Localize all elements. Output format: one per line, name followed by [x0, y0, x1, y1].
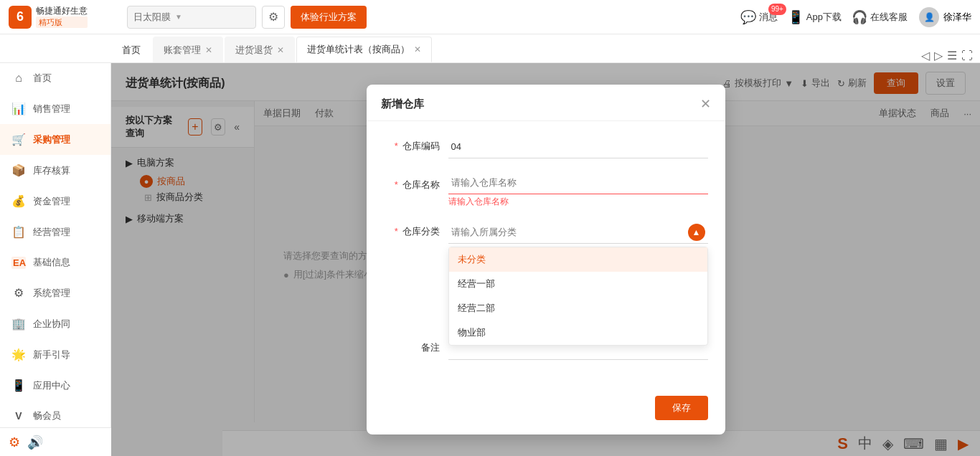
volume-bottom-icon[interactable]: 🔊: [27, 434, 43, 450]
sidebar-item-membership[interactable]: V 畅会员: [0, 401, 110, 431]
edition-badge: 精巧版: [36, 16, 88, 28]
header-icons: 💬 消息 99+ 📱 App下载 🎧 在线客服: [740, 9, 908, 25]
name-input[interactable]: [448, 171, 708, 194]
category-input[interactable]: [448, 221, 708, 244]
dropdown-option-dept1[interactable]: 经营一部: [449, 272, 707, 296]
dropdown-option-dept2[interactable]: 经营二部: [449, 296, 707, 320]
tab-accounts-label: 账套管理: [164, 44, 201, 57]
code-input[interactable]: [448, 136, 708, 158]
content-area: 进货单统计(按商品) 🖨 按模板打印 ▼ ⬇ 导出 ↻ 刷新 查询 设置: [111, 63, 980, 456]
sidebar-item-enterprise[interactable]: 🏢 企业协同: [0, 308, 110, 339]
app-download-label: App下载: [806, 11, 842, 24]
sidebar-item-inventory-label: 库存核算: [33, 164, 70, 177]
inventory-icon: 📦: [11, 163, 26, 177]
sidebar-item-sales[interactable]: 📊 销售管理: [0, 93, 110, 124]
add-warehouse-modal: 新增仓库 ✕ * 仓库编码: [367, 85, 725, 434]
sidebar-item-operations-label: 经营管理: [33, 226, 70, 239]
phone-icon: 📱: [788, 9, 804, 25]
sidebar-item-finance-label: 资金管理: [33, 195, 70, 208]
code-label: * 仓库编码: [384, 136, 448, 153]
settings-bottom-icon[interactable]: ⚙: [9, 434, 20, 450]
modal-body: * 仓库编码 * 仓库名称: [367, 121, 725, 387]
modal-overlay: 新增仓库 ✕ * 仓库编码: [111, 63, 980, 456]
tab-purchase-stats-label: 进货单统计表（按商品）: [307, 43, 410, 56]
tab-next-button[interactable]: ▷: [934, 49, 943, 62]
tab-accounts-close[interactable]: ✕: [205, 45, 212, 55]
basic-info-icon: EA: [11, 257, 26, 269]
company-name: 畅捷通好生意: [36, 6, 88, 17]
trial-button[interactable]: 体验行业方案: [291, 6, 367, 29]
tab-menu-button[interactable]: ☰: [947, 49, 957, 62]
sidebar-item-purchase-label: 采购管理: [33, 133, 70, 146]
save-button[interactable]: 保存: [655, 396, 708, 420]
category-label: * 仓库分类: [384, 221, 448, 238]
header-right: 💬 消息 99+ 📱 App下载 🎧 在线客服 👤 徐泽华: [740, 7, 971, 27]
form-row-category: * 仓库分类 ▲ 未分类: [384, 221, 708, 244]
sidebar-item-membership-label: 畅会员: [33, 409, 61, 422]
header-search-area: 日太阳膜 ▼ ⚙ 体验行业方案: [127, 6, 367, 29]
operations-icon: 📋: [11, 225, 26, 239]
sales-icon: 📊: [11, 102, 26, 115]
app-download-button[interactable]: 📱 App下载: [788, 9, 842, 25]
tab-purchase-return[interactable]: 进货退货 ✕: [225, 37, 295, 62]
user-name: 徐泽华: [943, 11, 971, 24]
online-service-button[interactable]: 🎧 在线客服: [852, 9, 908, 25]
tab-purchase-stats[interactable]: 进货单统计表（按商品） ✕: [296, 37, 432, 62]
enterprise-icon: 🏢: [11, 317, 26, 331]
sidebar-item-home-label: 首页: [33, 72, 52, 85]
logo-area: 6 畅捷通好生意 精巧版: [9, 6, 120, 29]
tab-purchase-return-close[interactable]: ✕: [277, 45, 284, 55]
message-button[interactable]: 💬 消息 99+: [740, 9, 778, 25]
name-error-msg: 请输入仓库名称: [448, 196, 708, 208]
sidebar-item-system-label: 系统管理: [33, 287, 70, 300]
sidebar-item-apps-label: 应用中心: [33, 379, 70, 392]
name-label: * 仓库名称: [384, 174, 448, 191]
category-arrow-button[interactable]: ▲: [688, 224, 705, 241]
gear-icon: ⚙: [268, 10, 278, 24]
tab-bar: 首页 账套管理 ✕ 进货退货 ✕ 进货单统计表（按商品） ✕ ◁ ▷ ☰ ⛶: [0, 34, 980, 63]
form-row-name: * 仓库名称 请输入仓库名称: [384, 171, 708, 208]
tab-fullscreen-button[interactable]: ⛶: [961, 49, 973, 62]
tab-prev-button[interactable]: ◁: [921, 49, 930, 62]
dropdown-option-property[interactable]: 物业部: [449, 320, 707, 345]
tab-purchase-stats-close[interactable]: ✕: [414, 44, 421, 54]
sidebar-item-basic-info-label: 基础信息: [33, 256, 70, 269]
header-gear-button[interactable]: ⚙: [262, 6, 285, 29]
sidebar-item-home[interactable]: ⌂ 首页: [0, 63, 110, 93]
sidebar: ⌂ 首页 📊 销售管理 🛒 采购管理 📦 库存核算 💰 资金管理 📋 经营管理 …: [0, 63, 111, 456]
sidebar-item-apps[interactable]: 📱 应用中心: [0, 370, 110, 401]
sidebar-bottom-bar: ⚙ 🔊: [0, 427, 111, 456]
sidebar-item-enterprise-label: 企业协同: [33, 318, 70, 331]
modal-footer: 保存: [367, 387, 725, 434]
tab-accounts[interactable]: 账套管理 ✕: [153, 37, 223, 62]
modal-close-button[interactable]: ✕: [700, 96, 711, 112]
dropdown-option-uncategorized[interactable]: 未分类: [449, 247, 707, 272]
top-header: 6 畅捷通好生意 精巧版 日太阳膜 ▼ ⚙ 体验行业方案 💬 消息 99+ 📱 …: [0, 0, 980, 34]
header-search-box[interactable]: 日太阳膜 ▼: [127, 6, 256, 29]
sidebar-item-inventory[interactable]: 📦 库存核算: [0, 155, 110, 186]
sidebar-item-operations[interactable]: 📋 经营管理: [0, 217, 110, 247]
category-dropdown: 未分类 经营一部 经营二部 物业部: [448, 247, 708, 346]
apps-icon: 📱: [11, 379, 26, 392]
note-label: 备注: [384, 337, 448, 354]
online-service-label: 在线客服: [870, 11, 908, 24]
sidebar-item-system[interactable]: ⚙ 系统管理: [0, 277, 110, 308]
headset-icon: 🎧: [852, 9, 867, 25]
guide-icon: 🌟: [11, 348, 26, 361]
sidebar-item-finance[interactable]: 💰 资金管理: [0, 186, 110, 217]
tab-bar-right: ◁ ▷ ☰ ⛶: [914, 49, 980, 62]
message-icon: 💬: [740, 9, 756, 25]
logo-text: 畅捷通好生意 精巧版: [36, 6, 88, 29]
header-search-text: 日太阳膜: [133, 11, 171, 24]
sidebar-item-guide[interactable]: 🌟 新手引导: [0, 339, 110, 370]
finance-icon: 💰: [11, 194, 26, 208]
home-icon: ⌂: [11, 72, 26, 85]
sidebar-item-purchase[interactable]: 🛒 采购管理: [0, 124, 110, 155]
message-badge: 99+: [768, 4, 786, 15]
sidebar-item-guide-label: 新手引导: [33, 348, 70, 361]
modal-title: 新增仓库: [381, 98, 424, 111]
user-area[interactable]: 👤 徐泽华: [919, 7, 971, 27]
tab-home[interactable]: 首页: [111, 37, 151, 62]
sidebar-item-basic-info[interactable]: EA 基础信息: [0, 247, 110, 277]
system-icon: ⚙: [11, 286, 26, 300]
